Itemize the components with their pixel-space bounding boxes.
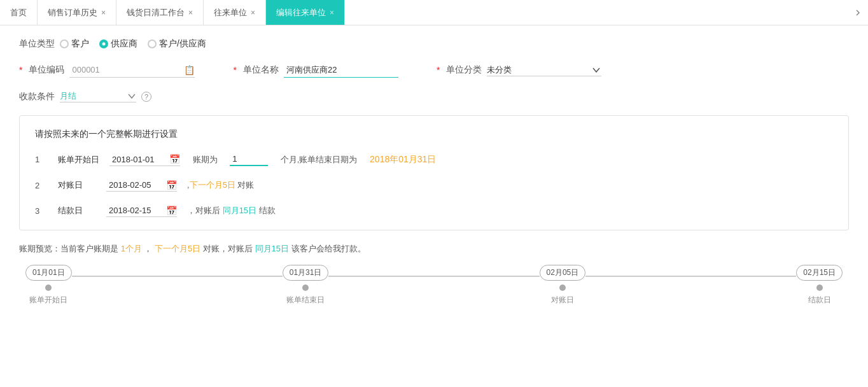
payment-terms-row: 收款条件 月结 ? <box>19 90 849 102</box>
period-date-input-1[interactable] <box>109 153 167 165</box>
radio-customer[interactable]: 客户 <box>60 38 89 50</box>
unit-info-row: * 单位编码 📋 * 单位名称 * 单位分类 未分类 <box>19 62 849 78</box>
preview-sep2: 对账，对账后 <box>203 244 253 253</box>
preview-sep1: ， <box>144 244 152 253</box>
timeline-node-3: 02月15日 结款日 <box>796 265 843 306</box>
radio-supplier-circle <box>99 39 108 48</box>
help-icon[interactable]: ? <box>141 92 151 102</box>
radio-group: 客户 供应商 客户/供应商 <box>60 38 206 50</box>
period-box-title: 请按照未来的一个完整帐期进行设置 <box>35 129 833 140</box>
unit-name-input[interactable] <box>284 62 398 78</box>
tab-contacts-close[interactable]: × <box>251 8 255 17</box>
period-suffix-prefix-1: 账期为 <box>190 154 220 165</box>
period-date-field-3: 📅 <box>106 204 177 217</box>
payment-terms-dropdown[interactable]: 月结 <box>60 90 136 102</box>
radio-customer-supplier[interactable]: 客户/供应商 <box>148 38 206 50</box>
period-row-3: 3 结款日 📅 ，对账后 同月15日 结款 <box>35 204 833 217</box>
timeline-dot-3 <box>816 285 823 291</box>
unit-type-row: 单位类型 客户 供应商 客户/供应商 <box>19 38 849 50</box>
period-highlight-2: 下一个月5日 <box>190 180 235 190</box>
tab-home-label: 首页 <box>10 7 27 18</box>
calendar-icon-1[interactable]: 📅 <box>169 154 180 164</box>
tab-sales-history[interactable]: 销售订单历史 × <box>38 0 116 25</box>
timeline-label-1: 账单结束日 <box>286 295 325 306</box>
period-row-2: 2 对账日 📅 ,下一个月5日 对账 <box>35 179 833 192</box>
tab-bar: 首页 销售订单历史 × 钱货日清工作台 × 往来单位 × 编辑往来单位 × <box>0 0 868 25</box>
tab-home[interactable]: 首页 <box>0 0 38 25</box>
timeline-node-0: 01月01日 账单开始日 <box>25 265 72 306</box>
radio-supplier-label: 供应商 <box>111 38 137 50</box>
radio-customer-supplier-circle <box>148 39 157 48</box>
unit-category-star: * <box>437 65 440 75</box>
period-months-label: 个月,账单结束日期为 <box>278 154 360 165</box>
period-date-field-1: 📅 <box>109 153 180 166</box>
period-highlight-3: 同月15日 <box>223 206 256 215</box>
timeline-dot-2 <box>559 285 566 291</box>
timeline-node-2: 02月05日 对账日 <box>540 265 586 306</box>
timeline-dot-1 <box>302 285 309 291</box>
unit-type-label: 单位类型 <box>19 38 55 50</box>
timeline-label-0: 账单开始日 <box>29 295 67 306</box>
tab-edit-contacts-label: 编辑往来单位 <box>276 7 326 18</box>
tab-contacts-label: 往来单位 <box>214 7 247 18</box>
tab-contacts[interactable]: 往来单位 × <box>204 0 266 25</box>
period-num-2: 2 <box>35 181 48 190</box>
period-months-input[interactable] <box>230 153 268 166</box>
payment-terms-value: 月结 <box>60 90 125 102</box>
preview-part2: 下一个月5日 <box>155 244 200 253</box>
unit-code-input-wrapper: 📋 <box>69 62 195 78</box>
calendar-icon-2[interactable]: 📅 <box>166 180 177 190</box>
category-dropdown-arrow-icon <box>591 65 601 75</box>
unit-category-dropdown[interactable]: 未分类 <box>487 64 601 76</box>
payment-terms-label: 收款条件 <box>19 91 55 102</box>
timeline-line-3 <box>585 276 796 277</box>
tab-cash-ledger-close[interactable]: × <box>188 8 193 17</box>
unit-name-star: * <box>233 65 236 75</box>
timeline-badge-1: 01月31日 <box>283 265 329 281</box>
tab-edit-contacts-close[interactable]: × <box>330 8 334 17</box>
period-desc-2: ,下一个月5日 对账 <box>187 179 254 191</box>
payment-terms-group: 收款条件 月结 ? <box>19 90 151 102</box>
unit-code-label: 单位编码 <box>29 64 64 76</box>
unit-type-group: 单位类型 客户 供应商 客户/供应商 <box>19 38 206 50</box>
preview-part1: 1个月 <box>121 244 142 253</box>
timeline-badge-0: 01月01日 <box>25 265 72 281</box>
period-date-input-2[interactable] <box>106 179 164 191</box>
unit-category-label: 单位分类 <box>446 64 482 76</box>
timeline-line-2 <box>328 276 539 277</box>
tab-sales-history-close[interactable]: × <box>101 8 106 17</box>
unit-code-copy-icon[interactable]: 📋 <box>184 65 195 75</box>
payment-terms-arrow-icon <box>127 92 136 101</box>
timeline-badge-2: 02月05日 <box>540 265 586 281</box>
calendar-icon-3[interactable]: 📅 <box>166 206 177 216</box>
tab-edit-contacts[interactable]: 编辑往来单位 × <box>266 0 345 25</box>
period-settings-box: 请按照未来的一个完整帐期进行设置 1 账单开始日 📅 账期为 个月,账单结束日期… <box>19 115 849 230</box>
radio-customer-circle <box>60 39 69 48</box>
radio-customer-supplier-label: 客户/供应商 <box>159 38 206 50</box>
preview-suffix: 该客户会给我打款。 <box>291 244 366 253</box>
tab-cash-ledger-label: 钱货日清工作台 <box>127 7 185 18</box>
tab-cash-ledger[interactable]: 钱货日清工作台 × <box>116 0 204 25</box>
timeline-label-3: 结款日 <box>808 295 831 306</box>
unit-name-label: 单位名称 <box>243 64 279 76</box>
timeline-node-1: 01月31日 账单结束日 <box>283 265 329 306</box>
period-date-input-3[interactable] <box>106 204 164 216</box>
preview-part3: 同月15日 <box>255 244 289 253</box>
timeline-badge-3: 02月15日 <box>796 265 843 281</box>
main-content: 单位类型 客户 供应商 客户/供应商 * 单位编码 <box>0 25 868 387</box>
timeline: 01月01日 账单开始日 01月31日 账单结束日 02月05日 对账日 <box>19 265 849 306</box>
tab-chevron-button[interactable] <box>848 0 868 25</box>
chevron-right-icon <box>854 9 862 17</box>
radio-supplier[interactable]: 供应商 <box>99 38 137 50</box>
period-row-1: 1 账单开始日 📅 账期为 个月,账单结束日期为 2018年01月31日 <box>35 153 833 166</box>
tab-sales-history-label: 销售订单历史 <box>48 7 97 18</box>
radio-customer-label: 客户 <box>71 38 89 50</box>
period-end-date-1: 2018年01月31日 <box>370 154 436 165</box>
timeline-line-1 <box>72 276 283 277</box>
unit-category-group: * 单位分类 未分类 <box>437 64 601 76</box>
unit-code-input[interactable] <box>69 62 181 77</box>
timeline-label-2: 对账日 <box>551 295 574 306</box>
period-num-1: 1 <box>35 155 48 164</box>
period-label-3: 结款日 <box>58 205 96 216</box>
preview-prefix: 账期预览：当前客户账期是 <box>19 244 118 253</box>
